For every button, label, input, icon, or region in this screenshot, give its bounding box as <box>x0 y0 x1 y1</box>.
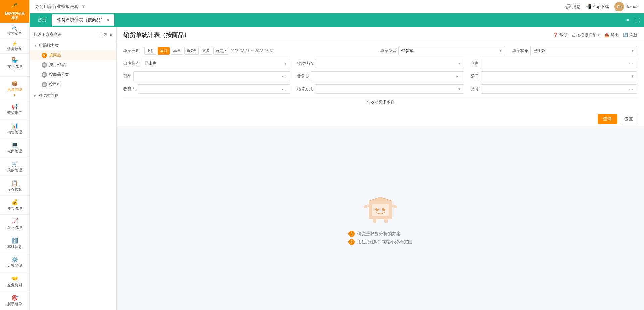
tab-active[interactable]: 销货单统计表（按商品） × <box>52 14 114 26</box>
scheme-item-label-by-month-product: 按月+商品 <box>49 62 67 68</box>
sidebar-item-basic[interactable]: ℹ️ 基础信息 <box>0 234 29 253</box>
date-btn-this-year[interactable]: 本年 <box>171 47 183 55</box>
out-status-select[interactable]: 已出库 ▼ <box>142 59 290 68</box>
date-btn-this-month[interactable]: 本月 <box>158 47 170 55</box>
scheme-settings-btn[interactable]: ⚙ <box>103 32 108 37</box>
basic-icon: ℹ️ <box>11 237 18 244</box>
salesman-control: ··· <box>311 71 464 81</box>
empty-steps: 1 请先选择要分析的方案 2 用[过滤]条件来缩小分析范围 <box>348 231 412 247</box>
export-btn[interactable]: 📤 导出 <box>604 32 619 38</box>
query-actions: 查询 设置 <box>117 111 644 127</box>
brand-dots-icon[interactable]: ··· <box>628 86 634 92</box>
sidebar-item-purchase[interactable]: 🛒 采购管理 <box>0 157 29 176</box>
tab-home[interactable]: 首页 <box>32 14 52 26</box>
message-btn[interactable]: 💬 消息 <box>565 4 581 10</box>
scheme-item-by-category[interactable]: ⊟ 按商品分类 <box>30 70 116 80</box>
scheme-item-icon-by-category: ⊟ <box>42 72 47 78</box>
sidebar-item-ecommerce[interactable]: 💻 电商管理 <box>0 138 29 157</box>
collect-status-label: 收款状态 <box>297 61 313 66</box>
sidebar-item-wholesale[interactable]: 📦 批发管理 ▲ <box>0 77 29 100</box>
sidebar-item-finance[interactable]: 💰 资金管理 <box>0 196 29 215</box>
filter-item-doc-type: 单据类型 销货单 ▼ <box>380 46 505 55</box>
filter-item-brand: 品牌 ··· <box>471 84 637 94</box>
doc-status-select[interactable]: 已生效 ▼ <box>530 46 637 55</box>
brand-select[interactable]: ··· <box>481 84 637 94</box>
svg-rect-1 <box>372 204 389 216</box>
sidebar-item-search[interactable]: 🔍 搜索菜单 <box>0 23 29 39</box>
product-select[interactable]: ··· <box>133 71 290 81</box>
sidebar-item-sales[interactable]: 📊 销售管理 <box>0 119 29 138</box>
svg-point-2 <box>375 208 379 211</box>
date-btn-last-month[interactable]: 上月 <box>144 47 156 55</box>
tabbar-actions: ✕ ⛶ <box>625 16 641 24</box>
sidebar-item-quick-nav[interactable]: ⚡ 快捷导航 <box>0 39 29 54</box>
collect-status-arrow-icon: ▼ <box>458 62 461 65</box>
collect-status-select[interactable]: ▼ <box>315 59 464 68</box>
date-btn-more[interactable]: 更多 <box>200 47 212 55</box>
refresh-icon: 🔄 <box>623 33 628 37</box>
settings-button[interactable]: 设置 <box>620 114 637 124</box>
query-button[interactable]: 查询 <box>598 114 617 124</box>
sidebar-item-inventory[interactable]: 📋 库存核算 <box>0 176 29 196</box>
scheme-panel: 按以下方案查询 + ⚙ « ▼ 电脑端方案 按 按商品 ⊞ <box>30 27 117 310</box>
scheme-item-icon-by-printer: ⊟ <box>42 82 47 87</box>
tab-close-icon[interactable]: × <box>107 18 109 22</box>
sidebar-quick-nav-label: 快捷导航 <box>1 46 28 51</box>
sidebar-item-system[interactable]: ⚙️ 系统管理 <box>0 253 29 272</box>
date-btn-custom[interactable]: 自定义 <box>213 47 229 55</box>
scheme-group-label-pc: 电脑端方案 <box>39 43 59 48</box>
topbar-left: 办公用品行业模拟账套 ▼ <box>35 4 86 10</box>
receiver-dots-icon[interactable]: ··· <box>281 86 287 92</box>
payment-select[interactable]: ▼ <box>315 84 464 94</box>
app-logo[interactable]: 🍊 畅捷信好生意 标版 <box>0 0 29 23</box>
salesman-select[interactable]: ··· <box>311 71 464 81</box>
help-btn[interactable]: ❓ 帮助 <box>553 32 568 38</box>
salesman-dots-icon[interactable]: ··· <box>454 73 461 79</box>
collapse-btn[interactable]: ∧ 收起更多条件 <box>123 97 637 107</box>
sidebar-item-guide[interactable]: 🎯 新手引导 <box>0 291 29 310</box>
scheme-panel-header: 按以下方案查询 + ⚙ « <box>30 30 116 39</box>
tabbar-expand-btn[interactable]: ⛶ <box>634 16 641 24</box>
warehouse-dots-icon[interactable]: ··· <box>628 61 634 66</box>
filter-item-payment: 结算方式 ▼ <box>297 84 464 94</box>
filter-item-receiver: 收货人 ··· <box>123 84 290 94</box>
warehouse-select[interactable]: ··· <box>481 59 637 68</box>
department-select[interactable]: ▼ <box>481 71 637 81</box>
scheme-collapse-btn[interactable]: « <box>110 32 112 37</box>
svg-rect-8 <box>363 204 369 208</box>
product-label: 商品 <box>123 73 131 79</box>
svg-point-3 <box>382 208 385 211</box>
filter-row-3: 商品 ··· 业务员 ··· <box>123 71 637 81</box>
department-control: ▼ <box>481 71 637 81</box>
receiver-select[interactable]: ··· <box>138 84 290 94</box>
out-status-label: 出库状态 <box>123 61 140 66</box>
doc-type-select[interactable]: 销货单 ▼ <box>398 46 505 55</box>
out-status-arrow-icon: ▼ <box>284 62 287 65</box>
app-download-btn[interactable]: 📲 App下载 <box>586 4 609 10</box>
sidebar-item-enterprise[interactable]: 🤝 企业协同 <box>0 272 29 291</box>
sidebar-item-retail[interactable]: 🏪 零售管理 ▼ <box>0 54 29 77</box>
user-menu[interactable]: Ea demo2 <box>614 2 639 11</box>
date-btn-last7[interactable]: 近7天 <box>184 47 199 55</box>
svg-rect-6 <box>373 219 376 223</box>
sidebar-item-marketing[interactable]: 📢 营销推广 <box>0 100 29 119</box>
refresh-btn[interactable]: 🔄 刷新 <box>623 32 637 38</box>
department-arrow-icon: ▼ <box>631 74 634 78</box>
scheme-item-by-product[interactable]: 按 按商品 <box>30 50 116 60</box>
system-icon: ⚙️ <box>11 256 18 263</box>
scheme-item-by-printer[interactable]: ⊟ 按司机 <box>30 80 116 89</box>
template-print-btn[interactable]: 🖨 按模板打印 ▼ <box>572 32 600 38</box>
tabbar-close-btn[interactable]: ✕ <box>625 16 631 24</box>
doc-type-label: 单据类型 <box>380 48 396 54</box>
product-dots-icon[interactable]: ··· <box>281 73 287 79</box>
scheme-group-header-mobile[interactable]: ▶ 移动端方案 <box>30 91 116 100</box>
filter-row-4: 收货人 ··· 结算方式 ▼ <box>123 84 637 94</box>
scheme-group-label-mobile: 移动端方案 <box>38 93 58 98</box>
scheme-item-by-month-product[interactable]: ⊞ 按月+商品 <box>30 60 116 70</box>
breadcrumb-dropdown-icon[interactable]: ▼ <box>81 4 86 9</box>
sidebar-item-operations[interactable]: 📈 经营管理 <box>0 215 29 234</box>
scheme-add-btn[interactable]: + <box>99 32 101 37</box>
active-tab-label: 销货单统计表（按商品） <box>57 17 105 23</box>
filter-item-doc-status: 单据状态 已生效 ▼ <box>512 46 637 55</box>
scheme-group-header-pc[interactable]: ▼ 电脑端方案 <box>30 41 116 50</box>
